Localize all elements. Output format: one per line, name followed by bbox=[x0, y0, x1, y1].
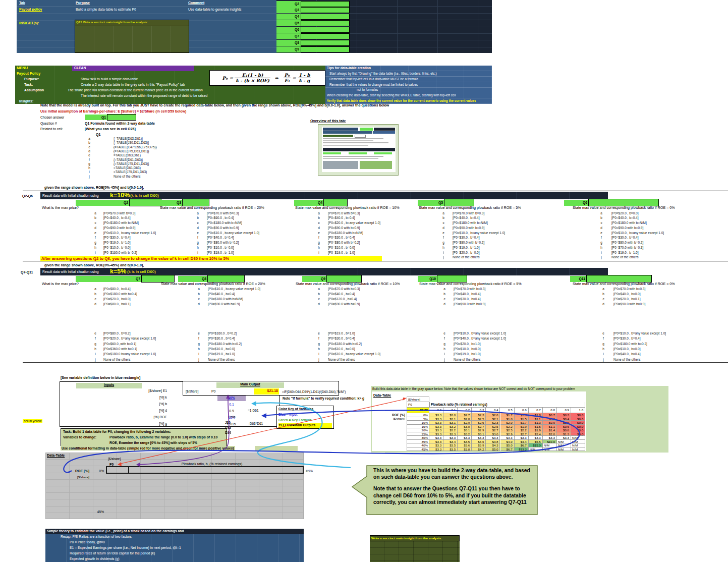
example-cell-40%-0.4[interactable]: $4.3 bbox=[486, 443, 500, 447]
example-cell-0%-0.5[interactable]: $1.7 bbox=[500, 413, 515, 417]
answer-cell-Q7[interactable] bbox=[301, 33, 350, 39]
example-cell-10%-0.2[interactable]: $2.9 bbox=[458, 421, 472, 425]
example-cell-45%-0.1[interactable]: $3.5 bbox=[443, 447, 458, 452]
example-cell-0%-1.0[interactable]: $0.0 bbox=[571, 413, 585, 417]
example-cell-40%-0.0[interactable]: $3.3 bbox=[429, 443, 443, 447]
example-cell-40%-0.2[interactable]: $3.6 bbox=[458, 443, 472, 447]
answer-cell-Q3[interactable] bbox=[301, 7, 350, 13]
example-cell-15%-0.7[interactable]: $1.5 bbox=[529, 425, 543, 429]
example-cell-40%-1.0[interactable]: N/M bbox=[571, 443, 585, 447]
example-cell-10%-0.0[interactable]: $3.3 bbox=[429, 421, 443, 425]
example-cell-45%-0.4[interactable]: $5.0 bbox=[486, 447, 500, 452]
input-value-2[interactable]: 0.1 bbox=[217, 402, 246, 408]
menu-link[interactable]: MENU bbox=[17, 66, 28, 71]
example-cell-15%-0.6[interactable]: $1.9 bbox=[515, 425, 529, 429]
example-cell-10%-0.7[interactable]: $1.3 bbox=[529, 421, 543, 425]
example-cell-15%-0.3[interactable]: $2.7 bbox=[472, 425, 486, 429]
example-cell-30%-0.1[interactable]: $3.3 bbox=[443, 436, 458, 440]
example-cell-20%-0.9[interactable]: $0.8 bbox=[557, 428, 571, 432]
example-cell-20%-0.3[interactable]: $2.9 bbox=[472, 428, 486, 432]
example-cell-15%-0.2[interactable]: $3.0 bbox=[458, 425, 472, 429]
example-cell-20%-1.0[interactable]: $0.0 bbox=[571, 428, 585, 432]
answer-cell-Q2[interactable] bbox=[301, 1, 350, 7]
main-output-value-cell[interactable]: $21.18 bbox=[254, 388, 279, 395]
example-cell-40%-0.5[interactable]: $5.0 bbox=[500, 443, 515, 447]
example-cell-45%-0.9[interactable]: N/M bbox=[557, 447, 571, 452]
example-cell-40%-0.6[interactable]: $6.7 bbox=[515, 443, 529, 447]
example-cell-45%-0.8[interactable]: N/M bbox=[543, 447, 557, 452]
example-cell-10%-0.1[interactable]: $3.1 bbox=[443, 421, 458, 425]
example-cell-40%-0.7[interactable]: $15.0 bbox=[529, 443, 543, 447]
example-cell-15%-0.4[interactable]: $2.5 bbox=[486, 425, 500, 429]
example-cell-25%-1.0[interactable]: $0.0 bbox=[571, 432, 585, 436]
example-cell-25%-0.3[interactable]: $3.1 bbox=[472, 432, 486, 436]
example-cell-35%-0.0[interactable]: $3.3 bbox=[429, 440, 443, 444]
example-cell-15%-0.1[interactable]: $3.2 bbox=[443, 425, 458, 429]
example-cell-30%-1.0[interactable]: N/M bbox=[571, 436, 585, 440]
example-cell-30%-0.7[interactable]: $3.3 bbox=[529, 436, 543, 440]
example-cell-30%-0.2[interactable]: $3.3 bbox=[458, 436, 472, 440]
example-cell-45%-0.5[interactable]: $6.7 bbox=[500, 447, 515, 452]
example-cell-40%-0.1[interactable]: $3.5 bbox=[443, 443, 458, 447]
example-cell-10%-0.5[interactable]: $2.0 bbox=[500, 421, 515, 425]
example-cell-10%-0.9[interactable]: $0.5 bbox=[557, 421, 571, 425]
example-cell-20%-0.0[interactable]: $3.3 bbox=[429, 428, 443, 432]
q12-answer-area[interactable] bbox=[75, 26, 189, 53]
example-cell-10%-0.4[interactable]: $2.3 bbox=[486, 421, 500, 425]
example-cell-45%-0.2[interactable]: $3.8 bbox=[458, 447, 472, 452]
example-cell-5%-0.0[interactable]: $3.3 bbox=[429, 417, 443, 421]
example-cell-35%-0.8[interactable]: $10.0 bbox=[543, 440, 557, 444]
example-cell-0%-0.1[interactable]: $3.0 bbox=[443, 413, 458, 417]
example-cell-30%-0.0[interactable]: $3.3 bbox=[429, 436, 443, 440]
example-cell-25%-0.4[interactable]: $3.0 bbox=[486, 432, 500, 436]
example-cell-0%-0.6[interactable]: $1.3 bbox=[515, 413, 529, 417]
example-cell-20%-0.5[interactable]: $2.5 bbox=[500, 428, 515, 432]
example-cell-45%-0.0[interactable]: $3.3 bbox=[429, 447, 443, 452]
example-cell-15%-1.0[interactable]: $0.0 bbox=[571, 425, 585, 429]
clean-bar[interactable]: CLEAN bbox=[72, 66, 194, 71]
example-cell-10%-0.8[interactable]: $0.9 bbox=[543, 421, 557, 425]
example-cell-5%-0.6[interactable]: $1.5 bbox=[515, 417, 529, 421]
example-cell-30%-0.4[interactable]: $3.3 bbox=[486, 436, 500, 440]
example-cell-15%-0.9[interactable]: $0.6 bbox=[557, 425, 571, 429]
example-cell-20%-0.4[interactable]: $2.7 bbox=[486, 428, 500, 432]
input-value-1[interactable]: 10% bbox=[217, 395, 246, 401]
example-p0-value[interactable]: $2.22 bbox=[407, 408, 429, 413]
example-cell-25%-0.5[interactable]: $2.9 bbox=[500, 432, 515, 436]
input-value-3[interactable]: 0.9 bbox=[217, 408, 246, 414]
answer-cell-Q8[interactable] bbox=[301, 40, 350, 46]
example-cell-0%-0.7[interactable]: $1.0 bbox=[529, 413, 543, 417]
answer-cell-Q6[interactable] bbox=[301, 27, 350, 33]
example-cell-35%-0.7[interactable]: $5.5 bbox=[529, 440, 543, 444]
example-cell-35%-0.2[interactable]: $3.5 bbox=[458, 440, 472, 444]
answer-cell-Q1[interactable] bbox=[107, 114, 136, 121]
example-cell-35%-0.1[interactable]: $3.4 bbox=[443, 440, 458, 444]
example-cell-40%-0.3[interactable]: $3.9 bbox=[472, 443, 486, 447]
example-cell-30%-0.3[interactable]: $3.3 bbox=[472, 436, 486, 440]
example-cell-30%-0.5[interactable]: $3.3 bbox=[500, 436, 515, 440]
example-cell-20%-0.8[interactable]: $1.4 bbox=[543, 428, 557, 432]
example-cell-15%-0.8[interactable]: $1.1 bbox=[543, 425, 557, 429]
example-cell-45%-0.3[interactable]: $4.2 bbox=[472, 447, 486, 452]
example-cell-5%-0.9[interactable]: $0.4 bbox=[557, 417, 571, 421]
insight-box-2-body[interactable] bbox=[370, 541, 460, 562]
example-cell-10%-0.3[interactable]: $2.6 bbox=[472, 421, 486, 425]
example-cell-5%-0.8[interactable]: $0.8 bbox=[543, 417, 557, 421]
example-cell-35%-0.4[interactable]: $3.8 bbox=[486, 440, 500, 444]
example-cell-25%-0.1[interactable]: $3.3 bbox=[443, 432, 458, 436]
example-cell-30%-0.9[interactable]: $3.3 bbox=[557, 436, 571, 440]
example-cell-5%-0.3[interactable]: $2.5 bbox=[472, 417, 486, 421]
example-cell-0%-0.2[interactable]: $2.7 bbox=[458, 413, 472, 417]
example-cell-35%-0.3[interactable]: $3.6 bbox=[472, 440, 486, 444]
input-value-5[interactable]: 0.015 bbox=[217, 421, 246, 427]
example-cell-25%-0.9[interactable]: $1.3 bbox=[557, 432, 571, 436]
example-cell-20%-0.1[interactable]: $3.2 bbox=[443, 428, 458, 432]
example-cell-25%-0.0[interactable]: $3.3 bbox=[429, 432, 443, 436]
example-cell-40%-0.9[interactable]: N/M bbox=[557, 443, 571, 447]
example-cell-20%-0.6[interactable]: $2.2 bbox=[515, 428, 529, 432]
example-cell-25%-0.6[interactable]: $2.7 bbox=[515, 432, 529, 436]
answer-cell-Q2[interactable] bbox=[129, 199, 161, 206]
example-cell-15%-0.0[interactable]: $3.3 bbox=[429, 425, 443, 429]
example-cell-5%-0.5[interactable]: $1.8 bbox=[500, 417, 515, 421]
example-cell-40%-0.8[interactable]: N/M bbox=[543, 443, 557, 447]
